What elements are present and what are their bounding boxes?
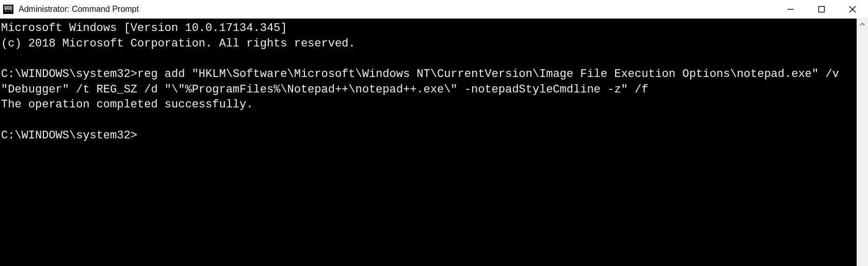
svg-rect-1 (819, 6, 825, 12)
scroll-up-icon[interactable] (857, 19, 868, 30)
close-button[interactable] (837, 0, 868, 18)
maximize-button[interactable] (806, 0, 837, 18)
window-title: Administrator: Command Prompt (19, 5, 775, 14)
cmd-icon: C:\ (3, 5, 13, 14)
command-output: The operation completed successfully. (1, 98, 253, 111)
prompt-cwd: C:\WINDOWS\system32> (1, 129, 137, 142)
console-output[interactable]: Microsoft Windows [Version 10.0.17134.34… (0, 19, 857, 266)
titlebar[interactable]: C:\ Administrator: Command Prompt (0, 0, 868, 19)
console-container: Microsoft Windows [Version 10.0.17134.34… (0, 19, 868, 266)
window-controls (775, 0, 868, 18)
prompt-cwd: C:\WINDOWS\system32> (1, 68, 137, 81)
vertical-scrollbar[interactable] (857, 19, 868, 266)
cursor (137, 130, 143, 142)
banner-line: (c) 2018 Microsoft Corporation. All righ… (1, 37, 356, 50)
banner-line: Microsoft Windows [Version 10.0.17134.34… (1, 22, 287, 35)
minimize-button[interactable] (775, 0, 806, 18)
